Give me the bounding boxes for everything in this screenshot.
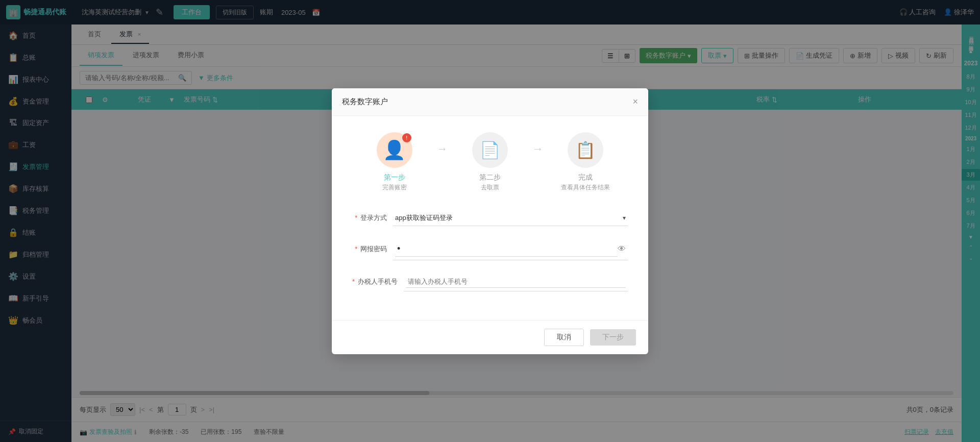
modal-footer: 取消 下一步 <box>332 320 648 354</box>
step3-label: 完成 <box>578 173 593 182</box>
step2-icon-wrap: 📄 <box>472 132 508 168</box>
login-method-row: * 登录方式 app获取验证码登录 ▾ <box>352 210 628 226</box>
step2-icon: 📄 <box>480 140 500 160</box>
login-method-label: * 登录方式 <box>352 213 393 223</box>
step3-icon-wrap: 📋 <box>568 132 603 168</box>
eye-toggle-icon[interactable]: 👁 <box>618 244 626 254</box>
login-method-chevron-icon: ▾ <box>623 214 626 222</box>
password-row: * 网报密码 👁 <box>352 238 628 260</box>
modal-close-button[interactable]: × <box>632 96 638 107</box>
next-button[interactable]: 下一步 <box>590 329 636 346</box>
modal-title: 税务数字账户 <box>342 97 388 107</box>
step1-icon: 👤 <box>383 139 406 161</box>
step-arrow-2: → <box>532 132 544 156</box>
step-3: 📋 完成 查看具体任务结果 <box>544 132 628 192</box>
modal-overlay[interactable]: 税务数字账户 × 👤 ! 第一步 完善账密 → <box>0 0 980 442</box>
step-1: 👤 ! 第一步 完善账密 <box>352 132 436 192</box>
step1-badge: ! <box>402 133 411 142</box>
password-input[interactable] <box>395 241 618 257</box>
steps: 👤 ! 第一步 完善账密 → 📄 第二步 去取票 → <box>352 132 628 192</box>
password-field-wrap: 👁 <box>393 238 628 260</box>
cancel-button[interactable]: 取消 <box>544 329 584 346</box>
step3-sublabel: 查看具体任务结果 <box>561 183 610 192</box>
step-2: 📄 第二步 去取票 <box>448 132 532 192</box>
phone-row: * 办税人手机号 <box>352 273 628 291</box>
modal-body: 👤 ! 第一步 完善账密 → 📄 第二步 去取票 → <box>332 116 648 320</box>
login-method-value: app获取验证码登录 <box>395 213 453 223</box>
step2-label: 第二步 <box>479 173 501 182</box>
step1-label: 第一步 <box>384 173 405 182</box>
modal-header: 税务数字账户 × <box>332 88 648 116</box>
phone-label: * 办税人手机号 <box>352 277 404 286</box>
modal-form: * 登录方式 app获取验证码登录 ▾ * 网报密码 <box>352 210 628 291</box>
password-label: * 网报密码 <box>352 244 393 254</box>
step3-icon: 📋 <box>575 140 596 160</box>
tax-digital-modal: 税务数字账户 × 👤 ! 第一步 完善账密 → <box>332 88 648 354</box>
login-method-select[interactable]: app获取验证码登录 ▾ <box>393 210 628 226</box>
step1-icon-wrap: 👤 ! <box>377 132 412 168</box>
phone-field-wrap <box>404 273 628 291</box>
step-arrow-1: → <box>436 132 448 156</box>
step1-sublabel: 完善账密 <box>382 183 407 192</box>
phone-input[interactable] <box>406 276 626 288</box>
step2-sublabel: 去取票 <box>481 183 499 192</box>
